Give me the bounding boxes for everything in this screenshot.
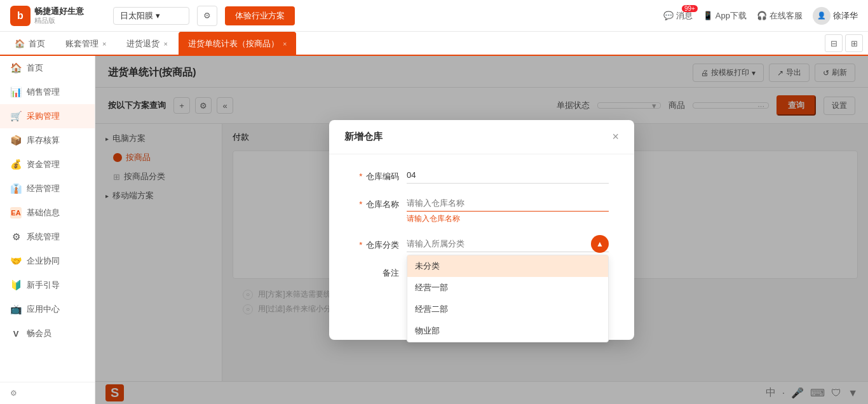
sidebar-item-finance[interactable]: 💰 资金管理: [0, 152, 95, 177]
sidebar-inventory-label: 库存核算: [27, 135, 60, 146]
home-icon: 🏠: [15, 39, 25, 48]
enterprise-sidebar-icon: 🤝: [10, 255, 22, 267]
app-logo-icon: b: [10, 6, 31, 26]
category-input[interactable]: [407, 236, 609, 252]
message-icon: 💬: [663, 11, 674, 20]
sidebar-item-enterprise[interactable]: 🤝 企业协同: [0, 249, 95, 273]
sidebar-item-app-center[interactable]: 📺 应用中心: [0, 297, 95, 321]
app-download-label: App下载: [715, 10, 747, 22]
purchase-sidebar-icon: 🛒: [10, 111, 22, 122]
online-service-label: 在线客服: [770, 10, 803, 22]
tab-actions: ⊟ ⊞: [825, 34, 863, 52]
category-arrow-icon[interactable]: ▲: [591, 235, 609, 253]
online-service-button[interactable]: 🎧 在线客服: [757, 10, 803, 22]
notification-badge: 99+: [682, 5, 698, 12]
content-area: 进货单统计(按商品) 🖨 按模板打印 ▾ ↗ 导出 ↺ 刷新 按以下方案查询: [95, 56, 868, 404]
tab-minimize-button[interactable]: ⊟: [825, 34, 843, 52]
sidebar-item-member[interactable]: V 畅会员: [0, 321, 95, 346]
tab-accounts[interactable]: 账套管理 ×: [56, 32, 116, 55]
app-title: 畅捷通好生意: [34, 6, 84, 17]
store-selector[interactable]: 日太阳膜 ▾: [113, 7, 189, 25]
category-field: ▲ 未分类 经营一部 经营二部 物业部: [407, 236, 609, 252]
dropdown-item-dept2[interactable]: 经营二部: [407, 299, 608, 320]
dialog-header: 新增仓库 ×: [329, 120, 634, 154]
avatar: 👤: [813, 7, 831, 25]
dropdown-item-dept3[interactable]: 物业部: [407, 320, 608, 342]
code-required-star: *: [359, 172, 362, 181]
user-profile[interactable]: 👤 徐泽华: [813, 7, 858, 25]
headset-icon: 🎧: [757, 11, 767, 20]
tab-home-label: 首页: [29, 38, 45, 50]
sidebar-system-label: 系统管理: [27, 231, 60, 243]
sidebar: 🏠 首页 📊 销售管理 🛒 采购管理 📦 库存核算 💰 资金管理 👔 经营管理 …: [0, 56, 95, 404]
tab-purchase-returns-label: 进货退货: [126, 38, 159, 50]
dialog-title: 新增仓库: [344, 131, 383, 143]
main-layout: 🏠 首页 📊 销售管理 🛒 采购管理 📦 库存核算 💰 资金管理 👔 经营管理 …: [0, 56, 868, 404]
chevron-down-icon: ▾: [156, 11, 160, 20]
member-sidebar-icon: V: [10, 328, 22, 339]
store-name: 日太阳膜: [120, 10, 153, 22]
tab-accounts-close[interactable]: ×: [102, 40, 106, 48]
sidebar-enterprise-label: 企业协同: [27, 255, 60, 267]
sidebar-sales-label: 销售管理: [27, 86, 60, 98]
settings-button[interactable]: ⚙: [197, 6, 217, 26]
app-subtitle: 精品版: [34, 17, 84, 25]
user-name: 徐泽华: [833, 10, 858, 22]
add-warehouse-dialog: 新增仓库 × * 仓库编码 *: [329, 120, 634, 340]
dropdown-item-dept1[interactable]: 经营一部: [407, 277, 608, 299]
category-label: * 仓库分类: [355, 236, 399, 251]
tab-home[interactable]: 🏠 首页: [5, 32, 55, 55]
form-row-name: * 仓库名称 请输入仓库名称: [355, 195, 609, 224]
notes-label: 备注: [355, 264, 399, 279]
sidebar-item-newbie[interactable]: 🔰 新手引导: [0, 273, 95, 297]
name-input[interactable]: [407, 195, 609, 212]
dialog-body: * 仓库编码 * 仓库名称 请输入仓库名称: [329, 154, 634, 304]
messages-button[interactable]: 💬 消息 99+: [663, 10, 693, 22]
header-right: 💬 消息 99+ 📱 App下载 🎧 在线客服 👤 徐泽华: [663, 7, 858, 25]
home-sidebar-icon: 🏠: [10, 62, 22, 74]
sidebar-item-inventory[interactable]: 📦 库存核算: [0, 128, 95, 152]
name-error-message: 请输入仓库名称: [407, 213, 609, 224]
operations-sidebar-icon: 👔: [10, 183, 22, 194]
sidebar-home-label: 首页: [27, 62, 43, 74]
logo-area: b 畅捷通好生意 精品版: [10, 6, 105, 26]
dialog-close-button[interactable]: ×: [612, 130, 619, 144]
sidebar-operations-label: 经营管理: [27, 183, 60, 194]
category-select-wrapper: ▲ 未分类 经营一部 经营二部 物业部: [407, 236, 609, 252]
code-label: * 仓库编码: [355, 167, 399, 182]
sales-sidebar-icon: 📊: [10, 86, 22, 98]
dropdown-item-uncategorized[interactable]: 未分类: [407, 255, 608, 277]
sidebar-item-sales[interactable]: 📊 销售管理: [0, 80, 95, 104]
sidebar-item-operations[interactable]: 👔 经营管理: [0, 177, 95, 201]
form-row-category: * 仓库分类 ▲ 未分类 经营一部 经营二部 物业部: [355, 236, 609, 252]
app-download-button[interactable]: 📱 App下载: [703, 10, 747, 22]
tab-purchase-stats-close[interactable]: ×: [283, 40, 287, 48]
sidebar-bottom: ⚙: [0, 382, 95, 404]
sidebar-item-home[interactable]: 🏠 首页: [0, 56, 95, 80]
code-input[interactable]: [407, 167, 609, 184]
name-label: * 仓库名称: [355, 195, 399, 210]
sidebar-item-system[interactable]: ⚙ 系统管理: [0, 225, 95, 249]
newbie-sidebar-icon: 🔰: [10, 279, 22, 291]
sidebar-item-purchase[interactable]: 🛒 采购管理: [0, 104, 95, 128]
tab-expand-button[interactable]: ⊞: [845, 34, 863, 52]
basic-info-sidebar-icon: EA: [10, 207, 22, 219]
trial-button[interactable]: 体验行业方案: [225, 6, 295, 25]
gear-icon: ⚙: [203, 11, 211, 20]
finance-sidebar-icon: 💰: [10, 159, 22, 170]
sidebar-item-basic-info[interactable]: EA 基础信息: [0, 201, 95, 225]
name-required-star: *: [359, 199, 362, 209]
sidebar-settings-button[interactable]: ⚙: [0, 382, 95, 404]
tab-purchase-returns-close[interactable]: ×: [163, 40, 167, 48]
category-required-star: *: [359, 240, 362, 250]
top-header: b 畅捷通好生意 精品版 日太阳膜 ▾ ⚙ 体验行业方案 💬 消息 99+ 📱 …: [0, 0, 868, 32]
sidebar-purchase-label: 采购管理: [27, 111, 60, 122]
tab-purchase-stats[interactable]: 进货单统计表（按商品） ×: [179, 32, 296, 55]
tab-accounts-label: 账套管理: [65, 38, 98, 50]
tab-purchase-returns[interactable]: 进货退货 ×: [117, 32, 177, 55]
sidebar-member-label: 畅会员: [27, 328, 51, 339]
logo-text: 畅捷通好生意 精品版: [34, 6, 84, 25]
app-center-sidebar-icon: 📺: [10, 304, 22, 315]
system-sidebar-icon: ⚙: [10, 231, 22, 243]
sidebar-basic-info-label: 基础信息: [27, 207, 60, 219]
